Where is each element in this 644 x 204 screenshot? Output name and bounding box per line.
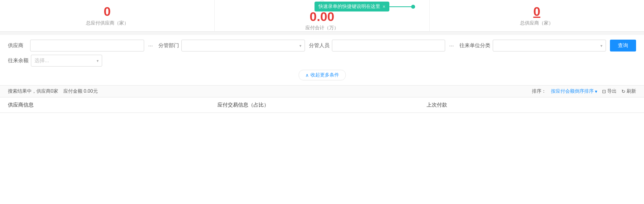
stat-total-suppliers-value[interactable]: 0 bbox=[533, 5, 540, 19]
sort-chevron-icon: ▾ bbox=[595, 89, 597, 94]
unit-category-dropdown[interactable]: ▾ bbox=[493, 40, 606, 51]
search-row-2: 往来余额 选择... ▾ bbox=[8, 55, 636, 67]
unit-category-label: 往来单位分类 bbox=[459, 42, 490, 49]
stat-payable-total: 0.00 应付合计（万） 快速录单的快捷键说明在这里 × bbox=[215, 0, 429, 31]
stat-payable-total-label: 应付合计（万） bbox=[305, 25, 339, 31]
collapse-row: ∧ 收起更多条件 bbox=[8, 70, 636, 80]
table-header: 供应商信息 应付交易信息（占比） 上次付款 bbox=[0, 97, 644, 113]
search-row-1: 供应商 ··· 分管部门 ▾ 分管人员 ··· 往来单位分类 ▾ bbox=[8, 40, 636, 51]
refresh-button[interactable]: ↻ 刷新 bbox=[621, 88, 636, 95]
col-supplier-info: 供应商信息 bbox=[8, 101, 217, 109]
sort-select[interactable]: 按应付会额倒序排序 ▾ bbox=[551, 88, 597, 95]
person-label: 分管人员 bbox=[309, 42, 330, 49]
col-transaction-info: 应付交易信息（占比） bbox=[217, 101, 427, 109]
supplier-field: 供应商 ··· bbox=[8, 40, 154, 51]
balance-field: 往来余额 选择... ▾ bbox=[8, 55, 102, 67]
result-summary: 搜索结果中，供应商0家 应付金额 0.00元 bbox=[8, 88, 98, 95]
result-amount-text: 应付金额 0.00元 bbox=[63, 88, 98, 94]
collapse-button[interactable]: ∧ 收起更多条件 bbox=[299, 70, 346, 80]
tooltip-close-icon[interactable]: × bbox=[383, 4, 385, 10]
balance-chevron-icon: ▾ bbox=[97, 59, 99, 63]
balance-placeholder: 选择... bbox=[34, 57, 49, 64]
result-actions: 排序： 按应付会额倒序排序 ▾ ⊡ 导出 ↻ 刷新 bbox=[532, 88, 636, 95]
refresh-label: 刷新 bbox=[627, 88, 636, 95]
stat-total-suppliers: 0 总供应商（家） bbox=[430, 0, 644, 31]
balance-select[interactable]: 选择... ▾ bbox=[31, 55, 102, 67]
department-label: 分管部门 bbox=[158, 42, 179, 49]
sort-value: 按应付会额倒序排序 bbox=[551, 88, 594, 95]
collapse-up-icon: ∧ bbox=[305, 72, 309, 78]
tooltip-dot bbox=[411, 5, 415, 9]
result-summary-text: 搜索结果中，供应商0家 bbox=[8, 88, 58, 94]
export-icon: ⊡ bbox=[602, 89, 606, 94]
supplier-input[interactable] bbox=[30, 40, 144, 51]
department-field: 分管部门 ▾ bbox=[158, 40, 305, 51]
export-label: 导出 bbox=[607, 88, 617, 95]
person-dots-btn[interactable]: ··· bbox=[448, 42, 455, 50]
export-button[interactable]: ⊡ 导出 bbox=[602, 88, 617, 95]
col-last-payment: 上次付款 bbox=[427, 101, 636, 109]
department-dropdown[interactable]: ▾ bbox=[181, 40, 305, 51]
refresh-icon: ↻ bbox=[621, 89, 625, 94]
stat-total-payable-value: 0 bbox=[104, 5, 111, 19]
stat-total-payable-label: 总应付供应商（家） bbox=[86, 20, 129, 27]
person-field: 分管人员 ··· bbox=[309, 40, 455, 51]
unit-category-field: 往来单位分类 ▾ bbox=[459, 40, 606, 51]
tooltip-bubble: 快速录单的快捷键说明在这里 × bbox=[314, 2, 389, 11]
stat-payable-total-value: 0.00 bbox=[310, 10, 334, 24]
tooltip-text: 快速录单的快捷键说明在这里 bbox=[318, 3, 380, 10]
supplier-label: 供应商 bbox=[8, 42, 28, 49]
table-body bbox=[0, 113, 644, 204]
person-input[interactable] bbox=[332, 40, 445, 51]
department-chevron-icon: ▾ bbox=[299, 44, 301, 48]
stat-total-suppliers-label: 总供应商（家） bbox=[520, 20, 553, 27]
balance-label: 往来余额 bbox=[8, 57, 29, 64]
stats-bar: 0 总应付供应商（家） 0.00 应付合计（万） 快速录单的快捷键说明在这里 ×… bbox=[0, 0, 644, 32]
stat-total-payable: 0 总应付供应商（家） bbox=[0, 0, 215, 31]
supplier-dots-btn[interactable]: ··· bbox=[147, 42, 154, 50]
unit-category-chevron-icon: ▾ bbox=[600, 44, 602, 48]
collapse-label: 收起更多条件 bbox=[311, 72, 339, 78]
search-area: 供应商 ··· 分管部门 ▾ 分管人员 ··· 往来单位分类 ▾ bbox=[0, 35, 644, 86]
result-bar: 搜索结果中，供应商0家 应付金额 0.00元 排序： 按应付会额倒序排序 ▾ ⊡… bbox=[0, 86, 644, 97]
search-button[interactable]: 查询 bbox=[610, 40, 636, 51]
sort-label: 排序： bbox=[532, 88, 546, 95]
